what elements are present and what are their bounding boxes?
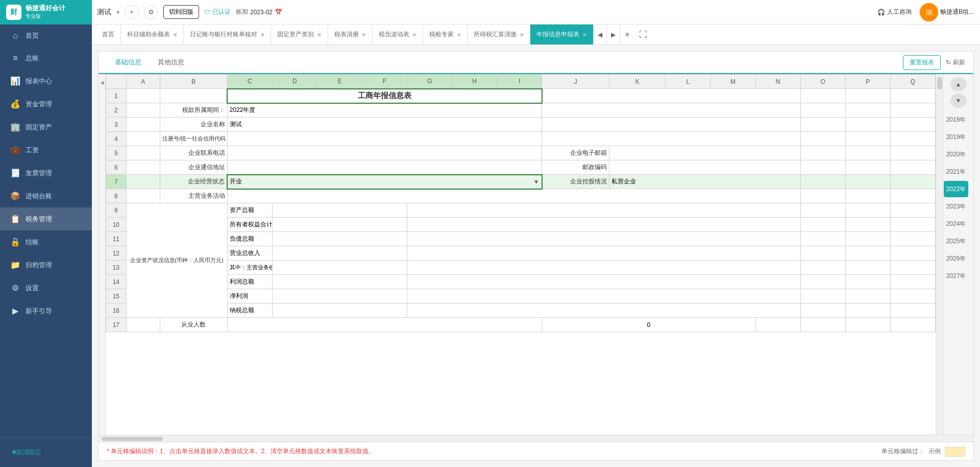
row-15-rest[interactable] <box>407 289 801 303</box>
tab-taxcheck-close[interactable]: × <box>457 31 461 38</box>
row-17-a[interactable] <box>126 318 160 332</box>
row-8-o[interactable] <box>800 189 845 203</box>
row-8-a[interactable] <box>126 189 160 203</box>
spreadsheet-wrapper[interactable]: A B C D E F G H I J <box>106 74 936 435</box>
settings-button[interactable]: ⚙ <box>144 5 158 19</box>
row-6-j[interactable]: 邮政编码 <box>542 160 609 175</box>
year-2021[interactable]: 2021年 <box>944 164 968 180</box>
year-2025[interactable]: 2025年 <box>944 233 968 249</box>
row-8-p[interactable] <box>845 189 890 203</box>
row-6-addr[interactable] <box>227 160 542 175</box>
row-4-a[interactable] <box>126 132 160 146</box>
tab-next-button[interactable]: ▶ <box>607 25 620 45</box>
row-16-q[interactable] <box>890 303 935 318</box>
col-j[interactable]: J <box>542 75 609 89</box>
row-7-q[interactable] <box>890 175 935 189</box>
row-16-val[interactable] <box>272 303 407 318</box>
row-17-p[interactable] <box>845 318 890 332</box>
row-9-c[interactable]: 资产总额 <box>227 203 272 218</box>
tab-annual[interactable]: 年报信息申报表 × <box>530 25 593 45</box>
row-2-b[interactable]: 税款所属期间： <box>160 103 227 118</box>
row-12-rest[interactable] <box>407 246 801 261</box>
row-11-val[interactable] <box>272 232 407 246</box>
row-13-q[interactable] <box>890 261 935 275</box>
row-5-o[interactable] <box>800 146 845 160</box>
col-a[interactable]: A <box>126 75 160 89</box>
row-14-val[interactable] <box>272 275 407 289</box>
tab-taxwave[interactable]: 税负波动表 × <box>373 25 423 45</box>
tab-fixed[interactable]: 固定资产类别 × <box>271 25 328 45</box>
row-4-o[interactable] <box>800 132 845 146</box>
row-5-p[interactable] <box>845 146 890 160</box>
switch-version-button[interactable]: 切到旧版 <box>163 5 199 19</box>
row-7-p[interactable] <box>845 175 890 189</box>
row-11-q[interactable] <box>890 232 935 246</box>
row-12-q[interactable] <box>890 246 935 261</box>
row-6-a[interactable] <box>126 160 160 175</box>
row-16-rest[interactable] <box>407 303 801 318</box>
row-7-j[interactable]: 企业控股情况 <box>542 175 609 189</box>
col-g[interactable]: G <box>407 75 452 89</box>
row-4-b[interactable]: 注册号/统一社会信用代码 <box>160 132 227 146</box>
row-15-c[interactable]: 净利润 <box>227 289 272 303</box>
tab-taxform[interactable]: 税表清册 × <box>328 25 373 45</box>
row-1-title[interactable]: 工商年报信息表 <box>227 89 542 103</box>
tab-fixed-close[interactable]: × <box>317 31 321 38</box>
sidebar-item-assets[interactable]: 🏢 固定资产 <box>0 115 92 138</box>
row-10-p[interactable] <box>845 218 890 232</box>
row-9-o[interactable] <box>800 203 845 218</box>
col-o[interactable]: O <box>800 75 845 89</box>
col-k[interactable]: K <box>609 75 666 89</box>
sidebar-item-closing[interactable]: 🔒 结账 <box>0 230 92 253</box>
tab-taxform-close[interactable]: × <box>362 31 366 38</box>
col-h[interactable]: H <box>452 75 497 89</box>
row-17-o[interactable] <box>800 318 845 332</box>
workspace-dropdown[interactable]: ▾ <box>116 9 119 16</box>
tab-annual-close[interactable]: × <box>582 31 586 38</box>
row-4-j[interactable] <box>542 132 800 146</box>
row-17-q[interactable] <box>890 318 935 332</box>
tab-expand-button[interactable]: ⛶ <box>635 25 651 45</box>
row-1-b[interactable] <box>160 89 227 103</box>
row-3-q[interactable] <box>890 118 935 132</box>
row-16-o[interactable] <box>800 303 845 318</box>
row-15-val[interactable] <box>272 289 407 303</box>
row-3-o[interactable] <box>800 118 845 132</box>
row-10-rest[interactable] <box>407 218 801 232</box>
row-14-q[interactable] <box>890 275 935 289</box>
year-2023[interactable]: 2023年 <box>944 198 968 215</box>
row-14-c[interactable]: 利润总额 <box>227 275 272 289</box>
sidebar-item-finance[interactable]: 💰 资金管理 <box>0 92 92 115</box>
col-e[interactable]: E <box>317 75 362 89</box>
row-12-c[interactable]: 营业总收入 <box>227 246 272 261</box>
sidebar-item-home[interactable]: ⌂ 首页 <box>0 25 92 47</box>
row-6-q[interactable] <box>890 160 935 175</box>
row-16-c[interactable]: 纳税总额 <box>227 303 272 318</box>
col-q[interactable]: Q <box>890 75 935 89</box>
row-5-phone[interactable] <box>227 146 542 160</box>
service-button[interactable]: 🎧 人工咨询 <box>877 8 912 16</box>
sidebar-item-reports[interactable]: 📊 报表中心 <box>0 69 92 92</box>
tab-journal[interactable]: 日记账与银行对账单核对 × <box>184 25 271 45</box>
tab-home[interactable]: 首页 <box>96 25 121 45</box>
row-8-q[interactable] <box>890 189 935 203</box>
tab-taxwave-close[interactable]: × <box>412 31 416 38</box>
row-9-p[interactable] <box>845 203 890 218</box>
row-7-b[interactable]: 企业经营状态 <box>160 175 227 189</box>
row-5-j[interactable]: 企业电子邮箱 <box>542 146 609 160</box>
row-6-p[interactable] <box>845 160 890 175</box>
col-i[interactable]: I <box>497 75 542 89</box>
row-8-activity[interactable] <box>227 189 800 203</box>
col-d[interactable]: D <box>272 75 317 89</box>
row-5-q[interactable] <box>890 146 935 160</box>
row-9-q[interactable] <box>890 203 935 218</box>
row-11-c[interactable]: 负债总额 <box>227 232 272 246</box>
row-10-val[interactable] <box>272 218 407 232</box>
sidebar-item-guide[interactable]: ▶ 新手引导 <box>0 299 92 322</box>
row-17-c[interactable] <box>227 318 542 332</box>
row-3-b[interactable]: 企业名称 <box>160 118 227 132</box>
row-11-p[interactable] <box>845 232 890 246</box>
cancel-fixed-btn[interactable]: ◀取消固定 <box>0 443 92 462</box>
row-17-j[interactable]: 0 <box>542 318 755 332</box>
tab-taxcheck[interactable]: 税检专家 × <box>423 25 468 45</box>
